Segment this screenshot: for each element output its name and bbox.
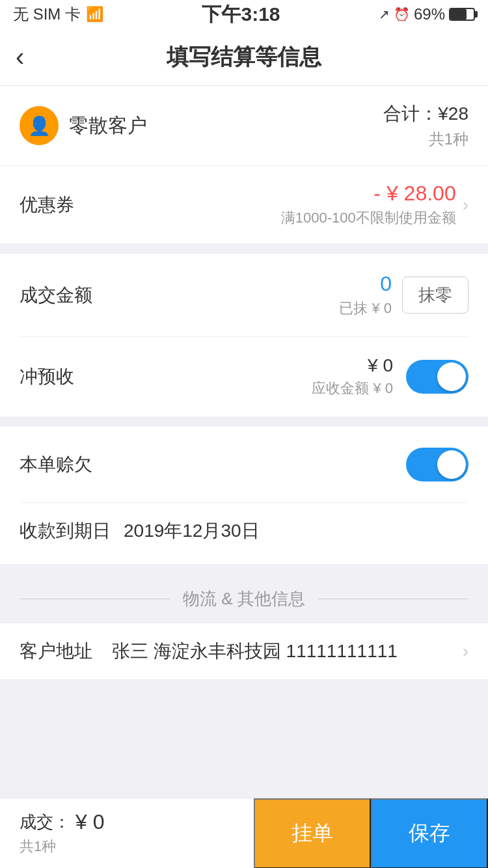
no-sim-text: 无 SIM 卡 xyxy=(13,4,81,25)
logistics-line-left xyxy=(20,599,170,599)
coupon-amount: - ¥ 28.00 xyxy=(281,182,456,206)
bottom-summary: 成交： ¥ 0 共1种 xyxy=(0,810,254,856)
debt-toggle[interactable] xyxy=(406,448,468,481)
logistics-title: 物流 & 其他信息 xyxy=(183,588,305,610)
address-value: 张三 海淀永丰科技园 11111111111 xyxy=(112,639,456,664)
back-button[interactable]: ‹ xyxy=(16,42,24,72)
debt-label: 本单赊欠 xyxy=(20,452,92,477)
due-date-value: 2019年12月30日 xyxy=(124,519,260,543)
advance-toggle-knob xyxy=(437,362,466,391)
logistics-line-right xyxy=(318,599,468,599)
advance-label: 冲预收 xyxy=(20,364,74,389)
address-row: 客户地址 张三 海淀永丰科技园 11111111111 › xyxy=(20,639,468,664)
advance-toggle[interactable] xyxy=(406,360,468,394)
advance-row: 冲预收 ¥ 0 应收金额 ¥ 0 xyxy=(20,337,468,416)
avatar-icon: 👤 xyxy=(28,115,51,137)
transaction-input[interactable] xyxy=(131,272,392,296)
advance-right: ¥ 0 应收金额 ¥ 0 xyxy=(312,355,468,398)
total-amount: 合计：¥28 xyxy=(383,102,468,126)
chevron-right-icon: › xyxy=(463,195,468,215)
coupon-row[interactable]: 优惠券 - ¥ 28.00 满1000-100不限制使用金额 › xyxy=(0,165,488,243)
content: 👤 零散客户 合计：¥28 共1种 优惠券 - ¥ 28.00 满1000-10… xyxy=(0,86,488,783)
battery-icon xyxy=(449,8,475,21)
nav-bar: ‹ 填写结算等信息 xyxy=(0,29,488,86)
bottom-deal-row: 成交： ¥ 0 xyxy=(20,810,234,834)
customer-right: 合计：¥28 共1种 xyxy=(383,102,468,150)
coupon-label: 优惠券 xyxy=(20,193,74,217)
transaction-sub: 已抹 ¥ 0 xyxy=(131,299,392,318)
address-section[interactable]: 客户地址 张三 海淀永丰科技园 11111111111 › xyxy=(0,623,488,679)
transaction-row: 成交金额 已抹 ¥ 0 抹零 xyxy=(20,254,468,337)
debt-toggle-knob xyxy=(437,450,466,479)
battery-percent: 69% xyxy=(414,5,445,23)
advance-amount: ¥ 0 xyxy=(312,355,393,376)
bottom-deal-label: 成交： xyxy=(20,811,70,834)
status-bar: 无 SIM 卡 📶 下午3:18 ↗ ⏰ 69% xyxy=(0,0,488,29)
customer-row: 👤 零散客户 合计：¥28 共1种 xyxy=(0,86,488,165)
transaction-label: 成交金额 xyxy=(20,283,92,308)
debt-row: 本单赊欠 xyxy=(20,427,468,502)
logistics-section: 物流 & 其他信息 xyxy=(0,575,488,623)
round-zero-button[interactable]: 抹零 xyxy=(402,277,468,314)
due-date-row: 收款到期日 2019年12月30日 xyxy=(20,502,468,564)
customer-name: 零散客户 xyxy=(69,113,147,139)
wifi-icon: 📶 xyxy=(86,6,103,23)
page-title: 填写结算等信息 xyxy=(167,42,321,72)
alarm-icon: ⏰ xyxy=(394,7,410,22)
status-left: 无 SIM 卡 📶 xyxy=(13,4,103,25)
due-date-label: 收款到期日 xyxy=(20,519,111,543)
pending-button[interactable]: 挂单 xyxy=(254,798,371,869)
bottom-bar: 成交： ¥ 0 共1种 挂单 保存 xyxy=(0,798,488,868)
location-icon: ↗ xyxy=(379,7,390,22)
bottom-deal-amount: ¥ 0 xyxy=(75,810,104,834)
status-time: 下午3:18 xyxy=(202,1,280,28)
back-icon: ‹ xyxy=(16,42,24,71)
total-count: 共1种 xyxy=(383,129,468,150)
status-right: ↗ ⏰ 69% xyxy=(379,5,475,23)
save-button[interactable]: 保存 xyxy=(371,798,488,869)
address-chevron-icon: › xyxy=(463,641,468,662)
transaction-right: 已抹 ¥ 0 抹零 xyxy=(131,272,468,318)
debt-section: 本单赊欠 收款到期日 2019年12月30日 xyxy=(0,427,488,564)
advance-sub: 应收金额 ¥ 0 xyxy=(312,379,393,398)
customer-section: 👤 零散客户 合计：¥28 共1种 优惠券 - ¥ 28.00 满1000-10… xyxy=(0,86,488,243)
avatar: 👤 xyxy=(20,106,59,145)
transaction-section: 成交金额 已抹 ¥ 0 抹零 冲预收 ¥ 0 应收金额 ¥ 0 xyxy=(0,254,488,416)
logistics-header: 物流 & 其他信息 xyxy=(0,575,488,623)
coupon-right: - ¥ 28.00 满1000-100不限制使用金额 › xyxy=(281,182,468,228)
customer-left: 👤 零散客户 xyxy=(20,106,147,145)
address-label: 客户地址 xyxy=(20,639,92,664)
coupon-desc: 满1000-100不限制使用金额 xyxy=(281,208,456,228)
bottom-count: 共1种 xyxy=(20,837,234,856)
